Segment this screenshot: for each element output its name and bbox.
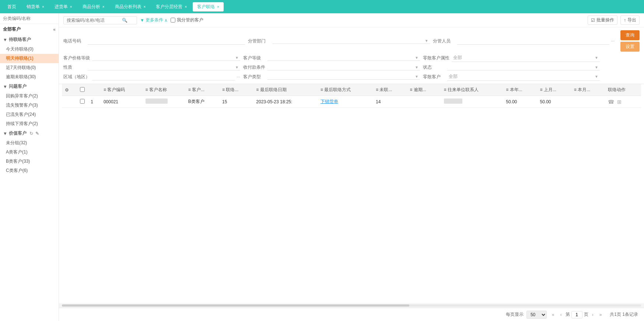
- page-size-select[interactable]: 50 100: [526, 311, 547, 319]
- row-unit-contact-cell: [441, 96, 503, 108]
- filter-search-input[interactable]: [67, 18, 122, 23]
- nav-purchase-order[interactable]: 进货单 ×: [50, 2, 77, 11]
- person-dots[interactable]: ···: [611, 38, 615, 44]
- retail-attr-value: 全部: [453, 55, 462, 61]
- sidebar-item-class-b[interactable]: B类客户(33): [0, 157, 59, 166]
- col-this-year-label: ≡ 本年...: [506, 87, 522, 92]
- sidebar-search-input[interactable]: [3, 16, 58, 21]
- retail-customer-field: 零散客户 全部 ▼: [423, 73, 600, 81]
- sidebar-item-class-a[interactable]: A类客户(1): [0, 148, 59, 157]
- sidebar-item-unclassified-label: 未分组(32): [6, 140, 27, 145]
- row-not-contacted-cell: 14: [373, 96, 407, 108]
- more-conditions-label: 更多条件: [146, 17, 163, 23]
- sidebar-item-7days-pending[interactable]: 近7天待联络(0): [0, 63, 59, 72]
- nature-select[interactable]: ▼: [88, 65, 240, 70]
- value-group-refresh-icon[interactable]: ↻: [29, 131, 33, 136]
- area-input[interactable]: [92, 73, 235, 80]
- nature-arrow: ▼: [235, 65, 239, 69]
- retail-customer-select[interactable]: 全部 ▼: [447, 73, 600, 81]
- retail-attr-arrow: ▼: [595, 56, 598, 60]
- sidebar-item-overdue-contact[interactable]: 逾期未联络(30): [0, 72, 59, 82]
- nav-customer-layering-close[interactable]: ×: [185, 5, 187, 9]
- col-type-label: ≡ 客户...: [188, 87, 204, 92]
- nav-customer-contact[interactable]: 客户联络 ×: [193, 2, 224, 11]
- scroll-thumb[interactable]: [62, 304, 409, 307]
- sidebar-collapse-icon[interactable]: «: [53, 27, 56, 32]
- more-conditions-btn[interactable]: ▼ 更多条件 ∧: [140, 17, 168, 23]
- col-last-contact-method: ≡ 最后联络方式: [318, 84, 373, 96]
- col-action: 联络动作: [605, 84, 641, 96]
- person-input[interactable]: [457, 38, 609, 45]
- row-checkbox[interactable]: [80, 99, 85, 104]
- prev-page-btn[interactable]: ‹: [558, 311, 564, 318]
- my-customers-check[interactable]: [171, 18, 175, 23]
- sidebar-item-today-pending[interactable]: 今天待联络(0): [0, 45, 59, 54]
- settings-btn[interactable]: 设置: [620, 42, 640, 52]
- retail-attr-field: 零散客户属性 全部 ▼: [423, 54, 600, 62]
- col-this-month: ≡ 本月...: [571, 84, 605, 96]
- action-grid-icon[interactable]: ⊞: [617, 99, 622, 105]
- export-btn[interactable]: ↑ 导出: [620, 15, 640, 25]
- nav-product-analysis[interactable]: 商品分析 ×: [78, 2, 109, 11]
- sidebar-item-declining[interactable]: 持续下滑客户(2): [0, 119, 59, 128]
- nav-purchase-order-close[interactable]: ×: [70, 5, 72, 9]
- query-btn[interactable]: 查询: [620, 30, 640, 40]
- nav-sales-order-close[interactable]: ×: [42, 5, 44, 9]
- page-size-label: 每页显示: [506, 311, 524, 318]
- batch-op-icon: ☑: [591, 18, 595, 23]
- sidebar-item-churned[interactable]: 已流失客户(24): [0, 110, 59, 119]
- dept-select[interactable]: ▼: [272, 38, 430, 44]
- nav-customer-contact-close[interactable]: ×: [217, 5, 219, 9]
- phone-input[interactable]: [88, 38, 245, 45]
- value-group-edit-icon[interactable]: ✎: [35, 131, 39, 136]
- nav-home[interactable]: 首页: [3, 2, 21, 11]
- my-customers-label: 我分管的客户: [177, 17, 203, 23]
- sidebar-all-customers[interactable]: 全部客户 «: [0, 24, 59, 35]
- row-checkbox-cell: [77, 96, 88, 108]
- sidebar-item-repurchase-abnormal[interactable]: 回购异常客户(2): [0, 92, 59, 101]
- row-last-method-link[interactable]: 下销货单: [321, 99, 338, 104]
- status-field: 状态 ▼: [423, 64, 600, 70]
- next-page-btn[interactable]: ›: [590, 311, 596, 318]
- payment-select[interactable]: ▼: [267, 65, 420, 70]
- action-phone-icon[interactable]: ☎: [608, 99, 614, 105]
- col-last-month: ≡ 上月...: [537, 84, 571, 96]
- gear-settings-icon[interactable]: ⚙: [65, 87, 69, 93]
- filter-search-icon[interactable]: 🔍: [122, 18, 127, 23]
- retail-attr-select[interactable]: 全部 ▼: [452, 54, 600, 62]
- col-contacts-label: ≡ 联络...: [222, 87, 238, 92]
- current-page-input[interactable]: [571, 311, 582, 318]
- page-navigation: « ‹ 第 页 › »: [550, 311, 604, 318]
- more-conditions-arrow: ∧: [164, 18, 168, 23]
- nav-product-analysis-list[interactable]: 商品分析列表 ×: [111, 2, 150, 11]
- select-all-checkbox[interactable]: [80, 87, 85, 92]
- sidebar-item-unclassified[interactable]: 未分组(32): [0, 138, 59, 148]
- content-area: 🔍 ▼ 更多条件 ∧ 我分管的客户 ☑ 批量操作 ↑ 导出: [59, 13, 644, 321]
- customer-type-select[interactable]: ▼: [267, 74, 420, 80]
- customer-level-select[interactable]: ▼: [267, 55, 420, 61]
- nav-product-analysis-list-close[interactable]: ×: [144, 5, 146, 9]
- sidebar-item-7days-pending-label: 近7天待联络(0): [6, 65, 36, 70]
- sidebar-value-group: ▼ 价值客户 ↻ ✎: [0, 128, 59, 138]
- status-select[interactable]: ▼: [447, 65, 600, 70]
- row-name-masked: [146, 99, 168, 104]
- value-group-label: 价值客户: [9, 130, 27, 137]
- area-dots[interactable]: ···: [237, 74, 240, 79]
- horizontal-scrollbar[interactable]: [59, 303, 644, 308]
- price-level-select[interactable]: ▼: [92, 55, 240, 61]
- last-page-btn[interactable]: »: [597, 311, 604, 318]
- sidebar-item-churn-warning[interactable]: 流失预警客户(3): [0, 101, 59, 110]
- col-not-contacted: ≡ 未联...: [373, 84, 407, 96]
- nav-sales-order[interactable]: 销货单 ×: [22, 2, 49, 11]
- sidebar-item-class-c[interactable]: C类客户(6): [0, 166, 59, 175]
- first-page-btn[interactable]: «: [550, 311, 557, 318]
- sidebar-item-tomorrow-pending[interactable]: 明天待联络(1): [0, 54, 59, 63]
- sidebar-item-declining-label: 持续下滑客户(2): [6, 121, 38, 126]
- nav-customer-layering[interactable]: 客户分层经营 ×: [151, 2, 191, 11]
- action-btns: 查询 设置: [620, 30, 640, 52]
- nav-product-analysis-close[interactable]: ×: [102, 5, 105, 9]
- batch-op-btn[interactable]: ☑ 批量操作: [588, 15, 617, 25]
- row-overdue-cell: [407, 96, 441, 108]
- col-contacts: ≡ 联络...: [219, 84, 253, 96]
- row-type-cell: B类客户: [185, 96, 219, 108]
